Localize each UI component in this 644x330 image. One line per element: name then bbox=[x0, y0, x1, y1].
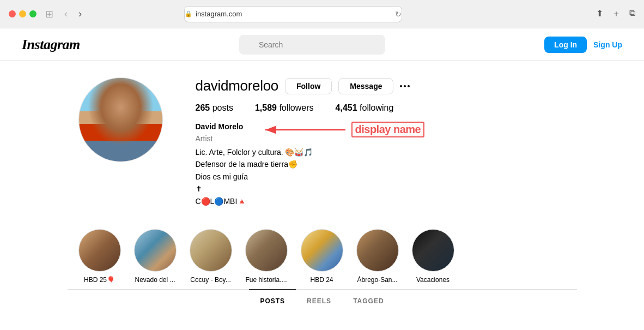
tab-posts[interactable]: POSTS bbox=[249, 289, 296, 313]
tab-reels[interactable]: REELS bbox=[296, 289, 342, 313]
username: davidmoreloo bbox=[196, 77, 279, 94]
close-button[interactable] bbox=[9, 10, 16, 17]
highlight-label-5: Ábrego-San... bbox=[357, 276, 397, 284]
bio-line-3: Dios es mi guía bbox=[196, 171, 566, 183]
highlight-item-1[interactable]: Nevado del ... bbox=[134, 229, 177, 284]
highlight-circle-6 bbox=[412, 229, 454, 272]
highlight-label-1: Nevado del ... bbox=[135, 276, 175, 284]
bio-line-1: Lic. Arte, Folclor y cultura. 🎨🥁🎵 bbox=[196, 146, 566, 158]
traffic-lights bbox=[9, 10, 37, 17]
profile-stats: 265 posts 1,589 followers 4,451 followin… bbox=[196, 103, 566, 113]
highlight-item-2[interactable]: Cocuy - Boy... bbox=[190, 229, 232, 284]
highlight-item-4[interactable]: HBD 24 bbox=[301, 229, 343, 284]
dot-1 bbox=[400, 85, 402, 87]
avatar-figure bbox=[79, 78, 162, 161]
highlight-circle-0 bbox=[78, 229, 121, 272]
avatar-wrap bbox=[78, 77, 163, 162]
more-options-button[interactable] bbox=[400, 85, 410, 87]
highlight-item-0[interactable]: HBD 25🎈 bbox=[78, 229, 121, 284]
signup-button[interactable]: Sign Up bbox=[593, 40, 622, 49]
highlight-item-5[interactable]: Ábrego-San... bbox=[356, 229, 399, 284]
following-label: following bbox=[360, 103, 393, 112]
search-input[interactable] bbox=[239, 35, 385, 55]
browser-actions: ⬆ ＋ ⧉ bbox=[596, 8, 635, 20]
highlight-label-6: Vacaciones bbox=[416, 276, 449, 284]
search-container: 🔍 bbox=[239, 35, 385, 55]
maximize-button[interactable] bbox=[29, 10, 37, 17]
posts-stat[interactable]: 265 posts bbox=[196, 103, 233, 113]
display-name: David Morelo bbox=[196, 122, 244, 131]
profile-container: davidmoreloo Follow Message 265 posts bbox=[68, 61, 577, 207]
bio-line-4: ✝ bbox=[196, 183, 566, 195]
username-row: davidmoreloo Follow Message bbox=[196, 77, 566, 94]
display-name-label: display name bbox=[351, 122, 425, 137]
reload-button[interactable]: ↻ bbox=[395, 10, 402, 19]
following-stat[interactable]: 4,451 following bbox=[336, 103, 394, 113]
highlight-circle-3 bbox=[245, 229, 288, 272]
highlight-circle-4 bbox=[301, 229, 343, 272]
tab-tagged[interactable]: TAGGED bbox=[342, 289, 394, 313]
displayname-row: David Morelo display name bbox=[196, 122, 566, 133]
profile-header: davidmoreloo Follow Message 265 posts bbox=[78, 77, 566, 207]
instagram-logo[interactable]: Instagram bbox=[22, 37, 80, 53]
arrow-annotation-svg bbox=[261, 124, 348, 136]
profile-info: davidmoreloo Follow Message 265 posts bbox=[196, 77, 566, 207]
followers-count: 1,589 bbox=[255, 103, 277, 112]
highlight-circle-2 bbox=[190, 229, 232, 272]
follow-button[interactable]: Follow bbox=[285, 78, 332, 94]
header-actions: Log In Sign Up bbox=[544, 37, 622, 53]
highlight-label-2: Cocuy - Boy... bbox=[190, 276, 230, 284]
highlight-label-3: Fue historia.... bbox=[245, 276, 287, 284]
highlight-label-0: HBD 25🎈 bbox=[84, 276, 115, 284]
avatar bbox=[78, 77, 163, 162]
highlight-circle-1 bbox=[134, 229, 177, 272]
bio-line-2: Defensor de la madre tierra✊ bbox=[196, 158, 566, 170]
back-button[interactable]: ‹ bbox=[62, 7, 70, 21]
minimize-button[interactable] bbox=[19, 10, 26, 17]
profile-bio: Lic. Arte, Folclor y cultura. 🎨🥁🎵 Defens… bbox=[196, 146, 566, 207]
dot-3 bbox=[408, 85, 410, 87]
highlight-circle-5 bbox=[356, 229, 399, 272]
posts-tabs: POSTSREELSTAGGED bbox=[68, 289, 577, 313]
share-icon[interactable]: ⬆ bbox=[596, 8, 603, 20]
bio-line-5: C🔴L🔵MBI🔺 bbox=[196, 195, 566, 207]
search-wrap: 🔍 bbox=[91, 35, 533, 55]
followers-label: followers bbox=[279, 103, 313, 112]
dot-2 bbox=[404, 85, 406, 87]
following-count: 4,451 bbox=[336, 103, 357, 112]
login-button[interactable]: Log In bbox=[544, 37, 587, 53]
url-display: instagram.com bbox=[196, 10, 242, 18]
highlight-item-3[interactable]: Fue historia.... bbox=[245, 229, 288, 284]
sidebar-toggle-button[interactable]: ⊞ bbox=[43, 7, 56, 21]
posts-label: posts bbox=[212, 103, 233, 112]
highlights-row: HBD 25🎈Nevado del ...Cocuy - Boy...Fue h… bbox=[68, 224, 577, 289]
address-bar[interactable]: 🔒 instagram.com ↻ bbox=[184, 6, 402, 22]
lock-icon: 🔒 bbox=[185, 10, 192, 17]
more-dots bbox=[400, 85, 410, 87]
highlight-label-4: HBD 24 bbox=[310, 276, 333, 284]
instagram-header: Instagram 🔍 Log In Sign Up bbox=[0, 28, 644, 61]
highlight-item-6[interactable]: Vacaciones bbox=[412, 229, 454, 284]
new-tab-icon[interactable]: ＋ bbox=[612, 8, 621, 20]
message-button[interactable]: Message bbox=[338, 78, 393, 94]
followers-stat[interactable]: 1,589 followers bbox=[255, 103, 314, 113]
browser-chrome: ⊞ ‹ › 🔒 instagram.com ↻ ⬆ ＋ ⧉ bbox=[0, 0, 644, 28]
forward-button[interactable]: › bbox=[76, 7, 84, 21]
annotation: display name bbox=[261, 122, 425, 137]
posts-count: 265 bbox=[196, 103, 210, 112]
tabs-icon[interactable]: ⧉ bbox=[629, 8, 635, 20]
